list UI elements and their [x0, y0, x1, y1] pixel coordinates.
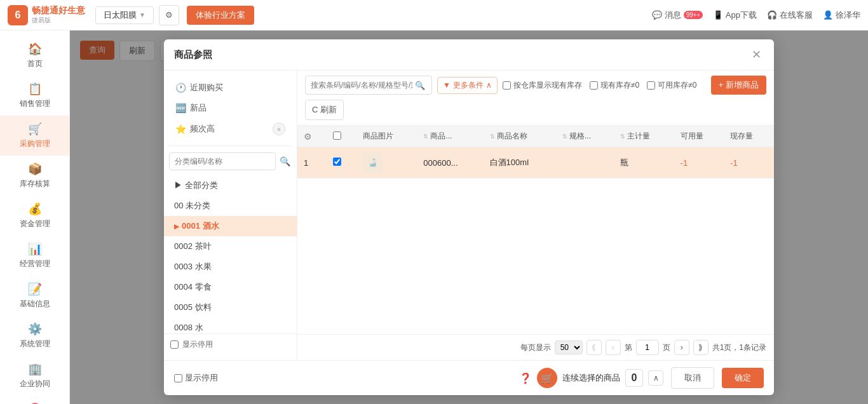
refresh-button[interactable]: C 刷新	[305, 100, 344, 120]
footer-show-disabled[interactable]: 显示停用	[174, 372, 218, 384]
category-search-input[interactable]	[169, 152, 276, 170]
sidebar-item-base[interactable]: 📝 基础信息	[0, 276, 69, 316]
purchase-icon: 🛒	[28, 122, 42, 136]
cell-check[interactable]	[327, 147, 356, 178]
messages-badge: 99++	[684, 11, 703, 19]
cart-icon[interactable]: 🛒	[537, 368, 557, 388]
messages-item[interactable]: 💬 消息 99++	[652, 10, 703, 21]
cell-code: 000600...	[417, 147, 483, 178]
sidebar-item-finance[interactable]: 💰 资金管理	[0, 196, 69, 236]
sidebar-item-corp[interactable]: 🏢 企业协同	[0, 356, 69, 396]
product-thumbnail: 🍶	[363, 152, 383, 173]
category-item-0005[interactable]: 0005 饮料	[164, 297, 297, 318]
col-code-label: 商品...	[430, 131, 452, 142]
logo-sub: 捷易版	[32, 16, 85, 25]
sidebar-item-home[interactable]: 🏠 首页	[0, 36, 69, 76]
col-spec-label: 规格...	[569, 131, 591, 142]
col-name[interactable]: ⇅商品名称	[484, 126, 556, 147]
sidebar-item-system[interactable]: ⚙️ 系统管理	[0, 316, 69, 356]
category-search-button[interactable]: 🔍	[278, 152, 292, 170]
add-product-button[interactable]: + 新增商品	[711, 76, 766, 95]
col-unit[interactable]: ⇅主计量	[614, 126, 674, 147]
next-page-button[interactable]: ›	[674, 340, 689, 355]
product-search-input[interactable]	[311, 81, 412, 90]
checkbox-stock-label: 现有库存≠0	[600, 80, 639, 91]
select-all-checkbox[interactable]	[333, 131, 341, 140]
question-icon[interactable]: ❓	[519, 372, 532, 384]
category-item-0002[interactable]: 0002 茶叶	[164, 236, 297, 257]
col-code[interactable]: ⇅商品...	[417, 126, 483, 147]
col-settings[interactable]: ⚙	[297, 126, 327, 147]
cell-stock: -1	[724, 147, 774, 178]
col-available-label: 可用量	[681, 131, 703, 142]
checkbox-stock-nonzero[interactable]: 现有库存≠0	[590, 80, 639, 91]
clock-icon: 🕐	[175, 83, 186, 93]
nav-dropdown-label: 日太阳膜	[104, 10, 137, 21]
trial-button[interactable]: 体验行业方案	[187, 6, 254, 25]
new-icon: 🆕	[175, 103, 186, 113]
category-item-0001[interactable]: ▶ 0001 酒水	[164, 216, 297, 236]
filter-icon: ▼	[443, 81, 451, 90]
sidebar-item-sales[interactable]: 📋 销售管理	[0, 76, 69, 116]
modal-overlay[interactable]: 商品参照 ✕ 🕐 近期购买 🆕	[70, 30, 868, 404]
checkbox-warehouse[interactable]: 按仓库显示现有库存	[503, 80, 582, 91]
tab-new[interactable]: 🆕 新品	[169, 98, 292, 118]
checkbox-warehouse-input[interactable]	[503, 81, 511, 90]
category-label-all: ▶ 全部分类	[174, 180, 218, 191]
tab-new-label: 新品	[190, 102, 207, 114]
row-checkbox[interactable]	[333, 158, 341, 166]
show-disabled-checkbox[interactable]	[170, 340, 179, 349]
tab-recent-purchase[interactable]: 🕐 近期购买	[169, 78, 292, 97]
app-download-item[interactable]: 📱 App下载	[713, 10, 757, 21]
sidebar-item-inventory[interactable]: 📦 库存核算	[0, 156, 69, 196]
collapse-icon[interactable]: «	[273, 123, 285, 135]
category-item-00[interactable]: 00 未分类	[164, 196, 297, 216]
category-item-0004[interactable]: 0004 零食	[164, 277, 297, 297]
mobile-icon: 📱	[713, 10, 723, 20]
modal-body: 🕐 近期购买 🆕 新品 ⭐ 频次高 «	[164, 71, 774, 360]
settings-icon[interactable]: ⚙	[159, 5, 179, 25]
sidebar-item-business[interactable]: 📊 经营管理	[0, 236, 69, 276]
filter-button[interactable]: ▼ 更多条件 ∧	[437, 77, 498, 94]
checkbox-available-nonzero-input[interactable]	[647, 81, 655, 90]
modal-close-button[interactable]: ✕	[749, 47, 764, 62]
category-item-0003[interactable]: 0003 水果	[164, 257, 297, 277]
tab-frequent-label: 频次高	[190, 123, 215, 135]
footer-show-disabled-checkbox[interactable]	[174, 374, 182, 382]
prev-page-button[interactable]: ‹	[606, 340, 621, 355]
cancel-button[interactable]: 取消	[671, 367, 714, 389]
user-item[interactable]: 👤 徐泽华	[823, 10, 860, 21]
cell-available: -1	[674, 147, 724, 178]
category-label-0001: 0001 酒水	[182, 220, 219, 232]
sidebar-label-corp: 企业协同	[20, 379, 50, 389]
footer-show-disabled-label: 显示停用	[185, 372, 218, 384]
category-label-0004: 0004 零食	[174, 281, 212, 293]
col-available[interactable]: 可用量	[674, 126, 724, 147]
online-service-item[interactable]: 🎧 在线客服	[767, 10, 813, 21]
sidebar-label-inventory: 库存核算	[20, 178, 50, 189]
checkbox-warehouse-label: 按仓库显示现有库存	[513, 80, 582, 91]
first-page-button[interactable]: ⟪	[587, 340, 602, 355]
cart-collapse-button[interactable]: ∧	[648, 370, 663, 386]
checkbox-stock-nonzero-input[interactable]	[590, 81, 598, 90]
page-input[interactable]	[636, 340, 659, 355]
checkbox-group: 按仓库显示现有库存 现有库存≠0 可用库存≠0	[503, 80, 697, 91]
nav-dropdown[interactable]: 日太阳膜 ▼	[95, 6, 154, 24]
col-stock[interactable]: 现存量	[724, 126, 774, 147]
sidebar: 🏠 首页 📋 销售管理 🛒 采购管理 📦 库存核算 💰 资金管理 📊 经营管理 …	[0, 30, 70, 404]
col-spec[interactable]: ⇅规格...	[556, 126, 614, 147]
sidebar-item-purchase[interactable]: 🛒 采购管理	[0, 116, 69, 156]
checkbox-available-nonzero[interactable]: 可用库存≠0	[647, 80, 696, 91]
sidebar-item-guide[interactable]: 🎯 新手引导	[0, 396, 69, 404]
table-row[interactable]: 1 🍶 000600... 白酒100ml 瓶 -1 -1	[297, 147, 774, 178]
last-page-button[interactable]: ⟫	[693, 340, 709, 355]
category-item-0008[interactable]: 0008 水	[164, 318, 297, 333]
category-list: ▶ 全部分类 00 未分类 ▶ 0001 酒水 0002 茶叶	[164, 173, 297, 333]
confirm-button[interactable]: 确定	[722, 368, 764, 388]
tab-frequent[interactable]: ⭐ 频次高 «	[169, 119, 292, 139]
category-item-all[interactable]: ▶ 全部分类	[164, 175, 297, 196]
cell-unit: 瓶	[614, 147, 674, 178]
left-panel: 🕐 近期购买 🆕 新品 ⭐ 频次高 «	[164, 71, 297, 360]
per-page-select[interactable]: 50	[555, 340, 583, 354]
sort-arrow-unit: ⇅	[620, 133, 625, 140]
